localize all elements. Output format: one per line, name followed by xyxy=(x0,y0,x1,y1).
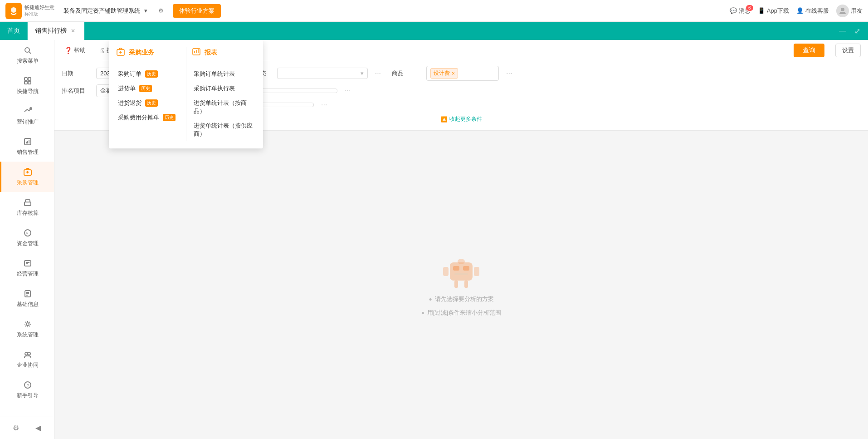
guide-icon: ? xyxy=(23,380,33,390)
sidebar-item-purchase[interactable]: 采购管理 xyxy=(0,162,54,192)
sidebar-item-basic-info[interactable]: 基础信息 xyxy=(0,283,54,314)
print-icon: 🖨 xyxy=(98,47,105,54)
menu-item-incoming-stats-supplier[interactable]: 进货单统计表（按供应商） xyxy=(192,118,256,141)
top-right-area: 💬 消息 6 📱 App下载 👤 在线客服 用友 xyxy=(730,5,863,17)
enterprise-icon xyxy=(23,350,33,360)
app-logo xyxy=(5,3,22,19)
svg-point-28 xyxy=(28,352,30,355)
tab-spacer xyxy=(84,22,832,40)
sales-icon xyxy=(23,137,33,147)
message-icon: 💬 xyxy=(730,7,737,14)
empty-state: ● 请先选择要分析的方案 ● 用[过滤]条件来缩小分析范围 xyxy=(54,131,868,439)
dropdown-divider xyxy=(186,47,186,141)
svg-rect-36 xyxy=(474,267,479,276)
product-label: 商品 xyxy=(392,69,419,78)
customer-dots: ··· xyxy=(321,101,327,109)
tab-home[interactable]: 首页 xyxy=(0,22,28,40)
quick-nav-icon xyxy=(23,76,33,86)
top-bar: 畅捷通好生意 标准版 装备及固定资产辅助管理系统 ▾ ⚙ 体验行业方案 💬 消息… xyxy=(0,0,868,22)
service-icon: 👤 xyxy=(796,7,804,14)
sidebar: 搜索菜单 快捷导航 营销推广 xyxy=(0,40,54,439)
operations-icon xyxy=(23,258,33,268)
svg-text:¥: ¥ xyxy=(26,232,29,236)
content-area: ❓ 帮助 🖨 按模板打印 ▾ ⬆ 导出 ↻ 刷新 查询 设置 日期 xyxy=(54,40,868,439)
svg-point-39 xyxy=(458,259,465,264)
tab-sales-ranking[interactable]: 销售排行榜 ✕ xyxy=(28,22,84,40)
svg-rect-6 xyxy=(24,81,27,84)
sidebar-item-operations[interactable]: 经营管理 xyxy=(0,253,54,283)
menu-item-incoming[interactable]: 进货单 历史 xyxy=(116,81,180,96)
history-badge-1: 历史 xyxy=(139,85,152,92)
svg-point-0 xyxy=(11,7,16,13)
sidebar-settings-btn[interactable]: ⚙ xyxy=(9,421,23,434)
sidebar-item-sales[interactable]: 销售管理 xyxy=(0,131,54,162)
tab-maximize-icon[interactable]: ⤢ xyxy=(852,25,863,36)
sidebar-item-enterprise[interactable]: 企业协同 xyxy=(0,344,54,375)
system-title: 装备及固定资产辅助管理系统 ▾ xyxy=(63,7,151,15)
logo-area: 畅捷通好生意 标准版 xyxy=(5,3,60,19)
sidebar-item-marketing[interactable]: 营销推广 xyxy=(0,101,54,131)
purchase-icon xyxy=(23,167,33,177)
tab-minimize-icon[interactable]: — xyxy=(837,25,848,36)
svg-rect-16 xyxy=(24,202,31,206)
sidebar-item-quick-nav[interactable]: 快捷导航 xyxy=(0,70,54,101)
system-settings-icon[interactable]: ⚙ xyxy=(155,5,167,17)
menu-item-purchase-order[interactable]: 采购订单 历史 xyxy=(116,67,180,81)
svg-rect-4 xyxy=(24,78,27,80)
sidebar-item-guide[interactable]: ? 新手引导 xyxy=(0,375,54,405)
svg-rect-38 xyxy=(464,281,468,288)
svg-rect-37 xyxy=(454,281,458,288)
sidebar-collapse-btn[interactable]: ◀ xyxy=(31,421,45,434)
sidebar-item-finance[interactable]: ¥ 资金管理 xyxy=(0,222,54,253)
product-tag: 设计费 × xyxy=(430,68,458,79)
empty-hint1: ● 请先选择要分析的方案 xyxy=(429,295,493,303)
history-badge-3: 历史 xyxy=(163,114,176,121)
svg-rect-33 xyxy=(463,266,469,271)
rank-label: 排名项目 xyxy=(62,87,89,95)
menu-item-expense[interactable]: 采购费用分摊单 历史 xyxy=(116,110,180,125)
collapse-up-icon: 🔼 xyxy=(441,116,448,123)
menu-item-purchase-order-exec[interactable]: 采购订单执行表 xyxy=(192,81,256,96)
user-menu-button[interactable]: 用友 xyxy=(836,5,863,17)
help-icon: ❓ xyxy=(64,47,72,54)
user-avatar xyxy=(836,5,849,17)
settings-button[interactable]: 设置 xyxy=(835,44,861,57)
tab-controls: — ⤢ xyxy=(832,22,868,40)
product-dots: ··· xyxy=(506,69,512,78)
svg-rect-34 xyxy=(454,273,468,275)
sidebar-item-search[interactable]: 搜索菜单 xyxy=(0,40,54,70)
sidebar-bottom: ⚙ ◀ xyxy=(0,416,54,439)
status-dropdown-icon: ▾ xyxy=(361,70,364,77)
search-icon xyxy=(23,45,33,55)
svg-rect-5 xyxy=(28,78,31,80)
message-button[interactable]: 💬 消息 6 xyxy=(730,7,751,15)
purchase-col-icon xyxy=(116,47,125,58)
trial-button[interactable]: 体验行业方案 xyxy=(173,4,221,18)
svg-point-8 xyxy=(30,108,32,109)
menu-item-incoming-stats-product[interactable]: 进货单统计表（按商品） xyxy=(192,96,256,118)
help-button[interactable]: ❓ 帮助 xyxy=(62,44,88,56)
empty-illustration xyxy=(439,253,484,290)
query-button[interactable]: 查询 xyxy=(794,44,824,57)
menu-item-return[interactable]: 进货退货 历史 xyxy=(116,96,180,110)
sidebar-item-system[interactable]: 系统管理 xyxy=(0,314,54,344)
message-badge: 6 xyxy=(746,5,753,11)
brand-text: 畅捷通好生意 标准版 xyxy=(24,4,54,17)
product-tag-close-icon[interactable]: × xyxy=(452,70,455,77)
status-select[interactable]: ▾ xyxy=(277,68,368,79)
product-input[interactable]: 设计费 × xyxy=(426,66,499,81)
history-badge-0: 历史 xyxy=(145,70,158,78)
app-download-button[interactable]: 📱 App下载 xyxy=(758,7,789,15)
salesperson-dots: ··· xyxy=(345,87,351,95)
system-icon xyxy=(23,319,33,329)
sidebar-item-inventory[interactable]: 库存核算 xyxy=(0,192,54,222)
system-dropdown-arrow[interactable]: ▾ xyxy=(142,7,149,15)
marketing-icon xyxy=(23,106,33,116)
svg-rect-7 xyxy=(28,81,31,84)
status-dots: ··· xyxy=(375,69,381,78)
tab-close-icon[interactable]: ✕ xyxy=(69,27,77,35)
tab-bar: 首页 销售排行榜 ✕ — ⤢ xyxy=(0,22,868,40)
menu-item-purchase-order-stats[interactable]: 采购订单统计表 xyxy=(192,67,256,81)
online-service-button[interactable]: 👤 在线客服 xyxy=(796,7,829,15)
report-col-title: 报表 xyxy=(192,47,256,61)
